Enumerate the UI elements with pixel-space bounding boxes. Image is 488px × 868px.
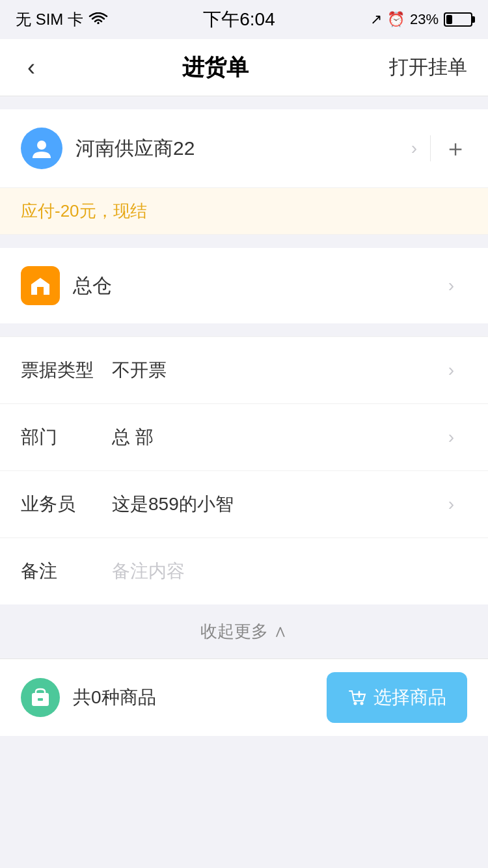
select-product-button[interactable]: 选择商品 bbox=[327, 672, 467, 723]
add-supplier-button[interactable]: ＋ bbox=[444, 133, 467, 165]
note-label: 备注 bbox=[21, 559, 112, 584]
product-icon-bg bbox=[21, 678, 60, 717]
cart-icon bbox=[347, 688, 367, 707]
department-value: 总 部 bbox=[112, 425, 448, 450]
bottom-bar: 共0种商品 选择商品 bbox=[0, 658, 488, 736]
status-right: ↗ ⏰ 23% bbox=[370, 11, 472, 28]
warehouse-chevron-icon: › bbox=[448, 275, 454, 296]
invoice-row[interactable]: 票据类型 不开票 › bbox=[0, 336, 488, 403]
invoice-chevron-icon: › bbox=[448, 360, 454, 381]
form-card: 票据类型 不开票 › 部门 总 部 › 业务员 这是859的小智 › 备注 备注… bbox=[0, 336, 488, 604]
carrier-label: 无 SIM 卡 bbox=[16, 9, 83, 30]
supplier-row[interactable]: 河南供应商22 › ＋ bbox=[0, 109, 488, 188]
note-row[interactable]: 备注 备注内容 bbox=[0, 537, 488, 604]
status-bar: 无 SIM 卡 下午6:04 ↗ ⏰ 23% bbox=[0, 0, 488, 39]
alarm-icon: ⏰ bbox=[387, 11, 405, 28]
supplier-card: 河南供应商22 › ＋ 应付-20元，现结 bbox=[0, 109, 488, 235]
notice-text: 应付-20元，现结 bbox=[21, 201, 147, 221]
svg-point-4 bbox=[354, 702, 357, 705]
battery-percent: 23% bbox=[410, 11, 439, 28]
staff-chevron-icon: › bbox=[448, 494, 454, 515]
svg-point-5 bbox=[360, 702, 364, 705]
collapse-label: 收起更多 ∧ bbox=[200, 620, 287, 643]
back-button[interactable]: ‹ bbox=[21, 47, 42, 88]
staff-row[interactable]: 业务员 这是859的小智 › bbox=[0, 470, 488, 537]
supplier-name: 河南供应商22 bbox=[75, 135, 411, 162]
supplier-avatar bbox=[21, 128, 62, 169]
warehouse-card: 总仓 › bbox=[0, 248, 488, 323]
open-pending-button[interactable]: 打开挂单 bbox=[389, 54, 467, 81]
supplier-chevron-icon: › bbox=[411, 138, 417, 159]
warehouse-icon-bg bbox=[21, 266, 60, 305]
svg-rect-1 bbox=[37, 287, 44, 295]
page-title: 进货单 bbox=[182, 53, 249, 83]
staff-label: 业务员 bbox=[21, 492, 112, 517]
location-icon: ↗ bbox=[370, 11, 382, 28]
page-background bbox=[0, 736, 488, 868]
department-chevron-icon: › bbox=[448, 427, 454, 448]
section-gap-2 bbox=[0, 235, 488, 248]
notice-bar: 应付-20元，现结 bbox=[0, 188, 488, 235]
svg-rect-3 bbox=[38, 698, 43, 701]
person-icon bbox=[29, 136, 54, 161]
status-left: 无 SIM 卡 bbox=[16, 9, 108, 30]
wifi-icon bbox=[88, 12, 108, 27]
main-content: 河南供应商22 › ＋ 应付-20元，现结 总仓 › bbox=[0, 96, 488, 868]
status-time: 下午6:04 bbox=[203, 7, 275, 32]
product-count-label: 共0种商品 bbox=[73, 685, 327, 710]
invoice-value: 不开票 bbox=[112, 358, 448, 383]
nav-bar: ‹ 进货单 打开挂单 bbox=[0, 39, 488, 96]
svg-point-0 bbox=[37, 141, 46, 150]
staff-value: 这是859的小智 bbox=[112, 492, 448, 517]
invoice-label: 票据类型 bbox=[21, 358, 112, 383]
section-gap-1 bbox=[0, 96, 488, 109]
department-row[interactable]: 部门 总 部 › bbox=[0, 403, 488, 470]
divider bbox=[430, 135, 431, 161]
section-gap-3 bbox=[0, 323, 488, 336]
product-icon bbox=[29, 686, 51, 709]
battery-icon bbox=[444, 12, 472, 27]
collapse-row[interactable]: 收起更多 ∧ bbox=[0, 604, 488, 658]
warehouse-name: 总仓 bbox=[73, 273, 448, 299]
department-label: 部门 bbox=[21, 425, 112, 450]
note-placeholder: 备注内容 bbox=[112, 559, 467, 584]
select-product-label: 选择商品 bbox=[373, 685, 446, 710]
warehouse-row[interactable]: 总仓 › bbox=[0, 248, 488, 323]
warehouse-icon bbox=[29, 274, 52, 297]
